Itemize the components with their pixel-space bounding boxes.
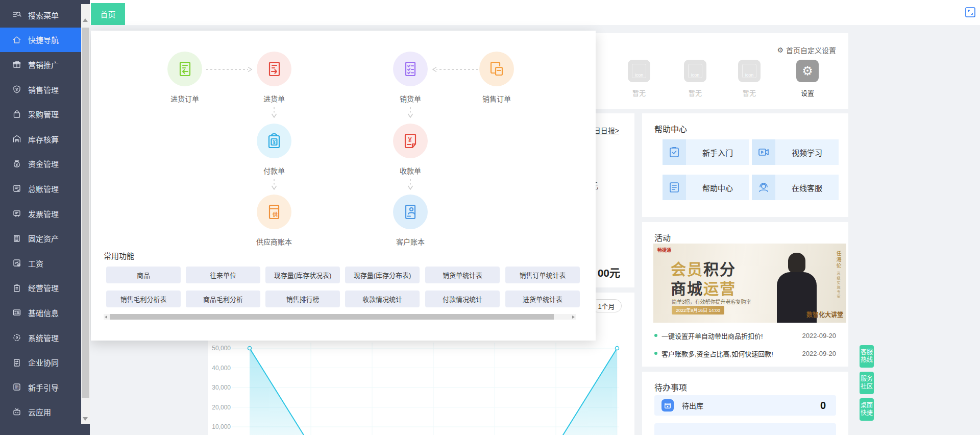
shortcut-settings[interactable]: ⚙ 设置 [787,60,828,98]
todo-item-pending-outbound[interactable]: 待出库 0 [654,395,836,416]
fn-btn-receipt-stats[interactable]: 收款情况统计 [345,291,420,307]
building-icon [12,234,21,243]
sidebar-item-quick-nav[interactable]: 快捷导航 [0,28,81,53]
fn-btn-purchase-stats[interactable]: 进货单统计表 [505,291,580,307]
badge-desktop-shortcut[interactable]: 桌面快捷 [860,398,874,421]
svg-text:供: 供 [272,211,278,218]
shield-money-icon [12,85,21,94]
quick-nav-panel: 进货订单 进货单 ¥ 付款单 供 供应商账本 销货单 销售订单 ¥ 收款单 客户… [91,31,596,341]
ledger-icon [12,184,21,193]
payroll-chart-icon [12,258,21,268]
sidebar-item-funds[interactable]: 资金管理 [0,152,81,177]
fn-btn-goods[interactable]: 商品 [106,267,181,283]
fn-btn-sales-order-stats[interactable]: 销售订单统计表 [505,267,580,283]
badge-service-hotline[interactable]: 客服热线 [860,345,874,368]
tab-home[interactable]: 首页 [91,3,125,25]
bullet-icon [654,352,657,355]
sidebar-item-sales-mgmt[interactable]: 销售管理 [0,77,81,102]
help-btn-help-center[interactable]: 帮助中心 [663,175,749,200]
flow-node-purchase-receipt[interactable] [257,52,291,86]
sidebar-item-payroll[interactable]: 工资 [0,251,81,276]
scrollbar-thumb[interactable] [82,28,89,398]
calendar-icon [662,399,674,412]
scroll-up-arrow-icon[interactable] [83,18,88,22]
warehouse-icon [12,134,21,143]
bag-icon [12,110,21,119]
sidebar-item-system[interactable]: 系统管理 [0,325,81,350]
shortcut-slot-3: icon 暂无 [729,60,770,98]
svg-text:50,000: 50,000 [212,345,231,352]
settings-gear-icon[interactable]: ⚙ [796,60,819,82]
id-card-icon [12,308,21,317]
activity-banner[interactable]: 畅捷通 会员积分 商城运营 简单3招，有效帮你提升老客复购率 2022年9月16… [653,244,846,323]
banner-brand-logo: 畅捷通 [657,247,671,253]
fn-btn-sales-receipt-stats[interactable]: 销货单统计表 [425,267,500,283]
flow-node-customer-ledger[interactable] [393,195,428,229]
home-icon [12,35,21,44]
banner-subtitle: 简单3招，有效帮你提升老客复购率 [672,298,751,305]
doc-copy-icon [487,60,506,78]
sidebar-item-purchase-mgmt[interactable]: 采购管理 [0,102,81,127]
todo-item-partial[interactable] [654,423,836,435]
sidebar-item-collaboration[interactable]: 企业协同 [0,350,81,375]
document-icon [663,175,686,200]
fullscreen-icon[interactable] [965,7,976,18]
svg-text:30,000: 30,000 [212,384,231,391]
help-btn-getting-started[interactable]: 新手入门 [663,139,749,165]
common-functions-title: 常用功能 [104,250,134,261]
sidebar-item-newbie-guide[interactable]: 新 新手引导 [0,375,81,400]
invoice-icon [12,209,21,218]
sidebar-scrollbar[interactable] [81,4,90,424]
fn-btn-partners[interactable]: 往来单位 [186,267,260,283]
svg-text:新: 新 [15,384,19,390]
help-btn-online-service[interactable]: 在线客服 [752,175,839,200]
doc-arrow-left-icon [176,60,194,78]
home-customize-link[interactable]: ⚙ 首页自定义设置 [777,45,836,55]
svg-text:¥: ¥ [408,136,412,143]
shortcut-slot-1: icon 暂无 [619,60,659,98]
fn-btn-goods-gross-profit[interactable]: 商品毛利分析 [186,291,260,307]
doc-arrow-right-icon [265,60,283,78]
fn-btn-sales-ranking[interactable]: 销售排行榜 [265,291,340,307]
scroll-right-arrow-icon[interactable] [572,316,575,319]
news-item[interactable]: 一键设置开单自动带出商品折扣价! 2022-09-20 [654,331,836,340]
arrow-down-icon [407,179,413,190]
search-menu-icon [12,10,21,19]
scrollbar-thumb[interactable] [110,314,554,320]
sidebar-item-invoice[interactable]: 发票管理 [0,201,81,226]
scroll-left-arrow-icon[interactable] [105,316,107,319]
sidebar-item-operations[interactable]: 经营管理 [0,276,81,301]
help-btn-video-learning[interactable]: 视频学习 [752,139,839,165]
doc-yen-icon: ¥ [401,132,420,150]
fn-btn-stock-distribution[interactable]: 现存量(库存分布表) [345,267,420,283]
gear-icon: ⚙ [777,46,783,54]
activity-title: 活动 [654,231,671,244]
flow-node-sales-order[interactable] [479,52,514,86]
sidebar: 搜索菜单 快捷导航 营销推广 销售管理 采购管理 库存核算 [0,0,90,435]
flow-node-purchase-order[interactable] [167,52,202,86]
fn-btn-gross-profit-table[interactable]: 销售毛利分析表 [106,291,181,307]
chart-period-selector[interactable]: 1个月 [591,299,622,312]
news-item[interactable]: 客户账款多,资金占比高,如何快速回款! 2022-09-20 [654,349,836,357]
sidebar-item-search-menu[interactable]: 搜索菜单 [0,3,81,28]
sidebar-item-marketing[interactable]: 营销推广 [0,52,81,77]
erp-dashboard: ⚙ 首页自定义设置 icon 暂无 icon 暂无 icon 暂无 ⚙ 设置 日… [0,0,980,435]
sidebar-item-inventory[interactable]: 库存核算 [0,127,81,152]
badge-service-community[interactable]: 服务社区 [860,372,874,394]
customer-ledger-icon [401,203,420,221]
flow-node-supplier-ledger[interactable]: 供 [257,195,291,229]
sidebar-item-fixed-assets[interactable]: 固定资产 [0,226,81,251]
sidebar-item-base-info[interactable]: 基础信息 [0,300,81,325]
daily-report-link[interactable]: 日日报> [594,125,619,135]
flow-node-sales-receipt[interactable] [393,52,428,86]
checklist-icon [401,60,420,78]
fn-btn-stock-status[interactable]: 现存量(库存状况表) [265,267,340,283]
banner-program-logo: 数智化大讲堂 [806,312,843,319]
flow-node-receipt-slip[interactable]: ¥ [393,124,428,158]
popup-horizontal-scrollbar[interactable] [104,314,576,320]
sidebar-item-general-ledger[interactable]: 总账管理 [0,176,81,201]
fn-btn-payment-stats[interactable]: 付款情况统计 [425,291,500,307]
scroll-down-arrow-icon[interactable] [83,417,88,421]
flow-node-payment-slip[interactable]: ¥ [257,124,291,158]
sidebar-item-cloud-apps[interactable]: 云应用 [0,400,81,425]
